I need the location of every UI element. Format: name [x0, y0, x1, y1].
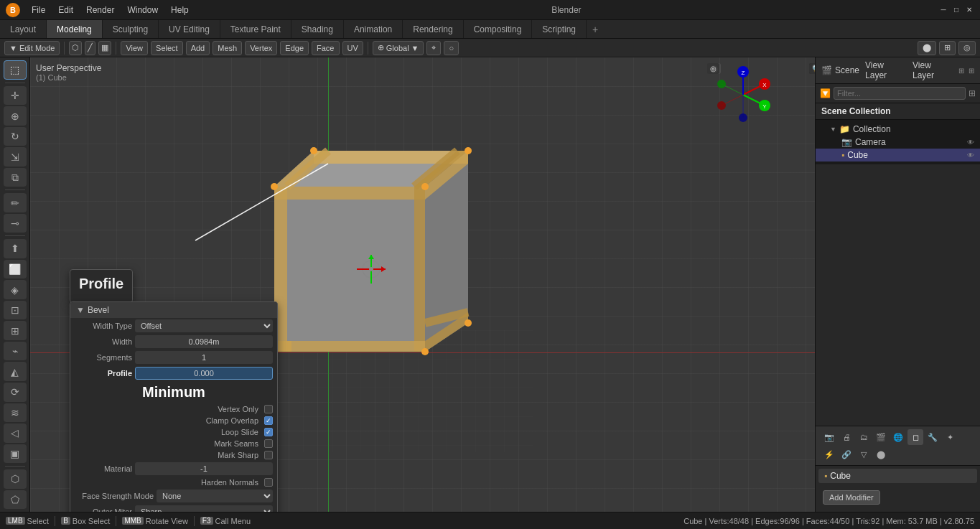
close-button[interactable]: ✕	[964, 5, 974, 15]
add-menu[interactable]: Add	[186, 41, 210, 55]
inset-tool[interactable]: ⬜	[4, 260, 27, 279]
tab-modeling[interactable]: Modeling	[47, 20, 103, 38]
mesh-menu[interactable]: Mesh	[213, 41, 242, 55]
minimize-button[interactable]: ─	[938, 5, 948, 15]
menu-edit[interactable]: Edit	[52, 4, 79, 17]
tab-uv-editing[interactable]: UV Editing	[159, 20, 220, 38]
edge-mode-btn[interactable]: ╱	[85, 41, 95, 55]
nav-gizmo[interactable]: X Y Z	[714, 66, 772, 123]
blender-logo[interactable]: B	[6, 3, 20, 17]
proportional-btn[interactable]: ○	[444, 41, 459, 55]
particles-props-tab[interactable]: ✦	[942, 429, 958, 445]
select-tool[interactable]: ⬚	[4, 60, 27, 80]
scale-tool[interactable]: ⇲	[4, 147, 27, 167]
mark-seams-checkbox[interactable]	[264, 439, 273, 448]
world-props-tab[interactable]: 🌐	[890, 429, 906, 445]
snap-btn[interactable]: ⌖	[426, 41, 441, 55]
menu-help[interactable]: Help	[165, 4, 195, 17]
face-menu[interactable]: Face	[312, 41, 339, 55]
tab-rendering[interactable]: Rendering	[403, 20, 463, 38]
mark-sharp-checkbox[interactable]	[264, 451, 273, 459]
vertex-only-checkbox[interactable]	[264, 405, 273, 413]
tab-layout[interactable]: Layout	[0, 20, 47, 38]
smooth-tool[interactable]: ≋	[4, 403, 27, 423]
tab-scripting[interactable]: Scripting	[532, 20, 587, 38]
segments-input[interactable]	[135, 351, 273, 364]
object-props-tab[interactable]: ◻	[907, 429, 923, 445]
menu-file[interactable]: File	[26, 4, 51, 17]
tab-sculpting[interactable]: Sculpting	[103, 20, 159, 38]
add-workspace-button[interactable]: +	[587, 20, 604, 38]
rip-tool[interactable]: ⬠	[4, 490, 27, 510]
xray-btn[interactable]: ◎	[958, 41, 976, 55]
overlay-btn[interactable]: ⊞	[939, 41, 956, 55]
tab-texture-paint[interactable]: Texture Paint	[220, 20, 291, 38]
harden-normals-checkbox[interactable]	[264, 478, 273, 487]
cube-item[interactable]: ▪ Cube 👁	[816, 149, 980, 161]
output-props-tab[interactable]: 🖨	[839, 429, 854, 445]
bevel-tool[interactable]: ◈	[4, 280, 27, 299]
loop-cut-tool[interactable]: ⊡	[4, 301, 27, 320]
cursor-tool[interactable]: ✛	[4, 86, 27, 106]
extrude-tool[interactable]: ⬆	[4, 239, 27, 258]
width-type-dropdown[interactable]: Offset Width Depth Percent	[135, 319, 273, 332]
select-menu[interactable]: Select	[151, 41, 183, 55]
view-layer-props-tab[interactable]: 🗂	[856, 429, 872, 445]
collection-item[interactable]: ▼ 📁 Collection	[816, 123, 980, 136]
camera-icon: 📷	[841, 137, 852, 147]
edge-menu[interactable]: Edge	[280, 41, 309, 55]
bevel-header[interactable]: ▼ Bevel	[70, 302, 277, 318]
zoom-btn[interactable]: 🔍	[809, 63, 815, 74]
vert-mode-btn[interactable]: ⬡	[69, 41, 82, 55]
physics-props-tab[interactable]: ⚡	[821, 446, 837, 462]
transform-dropdown[interactable]: ⊕ Global ▼	[373, 41, 424, 55]
clamp-overlap-checkbox[interactable]	[264, 416, 273, 425]
transform-tool[interactable]: ⧉	[4, 168, 27, 187]
poly-build-tool[interactable]: ◭	[4, 362, 27, 381]
vertex-menu[interactable]: Vertex	[245, 41, 277, 55]
camera-item[interactable]: 📷 Camera 👁	[816, 136, 980, 149]
rotate-tool[interactable]: ↻	[4, 127, 27, 146]
knife-tool[interactable]: ⌁	[4, 342, 27, 361]
measure-tool[interactable]: ⊸	[4, 214, 27, 233]
face-strength-dropdown[interactable]: None New Affected All	[157, 490, 273, 502]
move-tool[interactable]: ⊕	[4, 106, 27, 126]
loop-slide-checkbox[interactable]	[264, 428, 273, 436]
view-menu[interactable]: View	[121, 41, 148, 55]
add-modifier-button[interactable]: Add Modifier	[823, 490, 880, 505]
cube-visibility-icon[interactable]: 👁	[967, 151, 974, 159]
material-props-tab[interactable]: ⬤	[873, 446, 889, 462]
render-shading-btn[interactable]: ◎	[707, 63, 719, 74]
camera-visibility-icon[interactable]: 👁	[967, 139, 974, 146]
material-input[interactable]	[135, 462, 273, 475]
render-props-tab[interactable]: 📷	[821, 429, 837, 445]
modifier-props-tab[interactable]: 🔧	[925, 429, 941, 445]
viewport[interactable]: User Perspective (1) Cube X Y Z	[30, 57, 815, 512]
outer-miter-dropdown[interactable]: Sharp Patch Arc	[135, 505, 273, 512]
data-props-tab[interactable]: ▽	[856, 446, 872, 462]
outliner-search-input[interactable]	[834, 87, 966, 100]
shrink-tool[interactable]: ▣	[4, 444, 27, 464]
shear-tool[interactable]: ⬡	[4, 469, 27, 489]
maximize-button[interactable]: □	[951, 5, 961, 15]
outliner-mode-icon[interactable]: ⊞	[969, 88, 976, 98]
tab-shading[interactable]: Shading	[291, 20, 344, 38]
offset-edge-tool[interactable]: ⊞	[4, 321, 27, 340]
tab-animation[interactable]: Animation	[344, 20, 403, 38]
spin-tool[interactable]: ⟳	[4, 383, 27, 402]
menu-render[interactable]: Render	[80, 4, 120, 17]
face-mode-btn[interactable]: ▦	[98, 41, 111, 55]
viewport-shading-btn[interactable]: ⬤	[918, 41, 936, 55]
menu-window[interactable]: Window	[121, 4, 164, 17]
tab-compositing[interactable]: Compositing	[464, 20, 533, 38]
constraints-props-tab[interactable]: 🔗	[839, 446, 854, 462]
annotate-tool[interactable]: ✏	[4, 193, 27, 212]
slide-tool[interactable]: ◁	[4, 423, 27, 443]
profile-input[interactable]	[135, 367, 273, 380]
uv-menu[interactable]: UV	[342, 41, 363, 55]
mode-dropdown[interactable]: ▼ Edit Mode	[4, 41, 60, 55]
width-input[interactable]	[135, 335, 273, 348]
scene-icon-btn[interactable]: ⊞	[958, 67, 964, 75]
scene-props-tab[interactable]: 🎬	[873, 429, 889, 445]
view-layer-icon-btn[interactable]: ⊞	[969, 67, 974, 75]
